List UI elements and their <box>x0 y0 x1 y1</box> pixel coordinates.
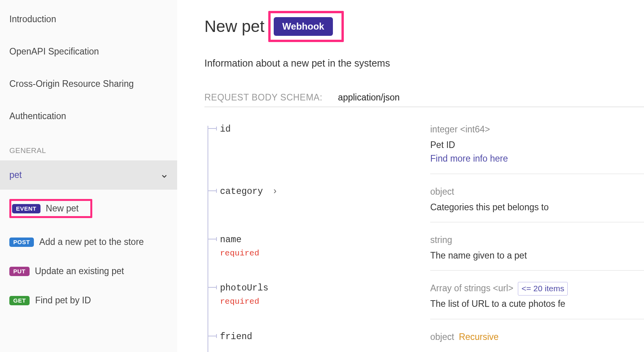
field-type: object <box>430 185 454 199</box>
field-type: integer <int64> <box>430 123 490 137</box>
method-badge-put: PUT <box>9 267 30 276</box>
field-row-id[interactable]: id integer <int64> Pet ID Find more info… <box>204 123 644 174</box>
field-type: object <box>430 330 454 344</box>
webhook-badge: Webhook <box>274 17 333 36</box>
schema-table: id integer <int64> Pet ID Find more info… <box>204 123 644 345</box>
schema-header-label: REQUEST BODY SCHEMA: <box>204 92 322 103</box>
sidebar-op-find-pet[interactable]: GET Find pet by ID <box>0 286 177 315</box>
field-type: string <box>430 233 452 247</box>
chevron-down-icon <box>161 172 168 179</box>
method-badge-event: EVENT <box>12 204 40 213</box>
field-row-photourls[interactable]: photoUrls required Array of strings <url… <box>204 282 644 319</box>
field-constraint: <= 20 items <box>518 282 568 296</box>
chevron-right-icon[interactable]: › <box>272 187 278 197</box>
sidebar-section-general: GENERAL <box>0 132 177 160</box>
field-row-friend[interactable]: friend object Recursive <box>204 330 644 346</box>
tree-branch-icon <box>204 123 220 174</box>
tree-branch-icon <box>204 233 220 271</box>
field-desc: The name given to a pet <box>430 249 644 263</box>
field-desc: The list of URL to a cute photos fe <box>430 297 644 311</box>
sidebar-link-introduction[interactable]: Introduction <box>0 3 177 35</box>
field-name: friend <box>220 332 252 342</box>
tree-branch-icon <box>204 330 220 346</box>
page-title: New pet <box>204 17 264 36</box>
sidebar-op-label: New pet <box>46 203 79 214</box>
title-row: New pet Webhook <box>204 11 644 42</box>
recursive-label: Recursive <box>459 330 498 344</box>
webhook-highlight: Webhook <box>268 11 344 42</box>
schema-header: REQUEST BODY SCHEMA: application/json <box>204 92 644 107</box>
sidebar-op-add-pet[interactable]: POST Add a new pet to the store <box>0 227 177 257</box>
method-badge-get: GET <box>9 296 30 305</box>
field-name: photoUrls <box>220 282 430 296</box>
field-row-category[interactable]: category › object Categories this pet be… <box>204 185 644 222</box>
sidebar-link-cors[interactable]: Cross-Origin Resource Sharing <box>0 68 177 100</box>
sidebar-group-pet[interactable]: pet <box>0 160 177 190</box>
field-desc: Categories this pet belongs to <box>430 201 644 215</box>
required-label: required <box>220 247 430 260</box>
sidebar-link-openapi[interactable]: OpenAPI Specification <box>0 35 177 68</box>
tree-branch-icon <box>204 282 220 319</box>
method-badge-post: POST <box>9 238 34 247</box>
sidebar-op-new-pet[interactable]: EVENT New pet <box>0 190 177 227</box>
sidebar-group-label: pet <box>9 170 22 180</box>
main-content: New pet Webhook Information about a new … <box>177 0 644 352</box>
field-row-name[interactable]: name required string The name given to a… <box>204 233 644 271</box>
field-name: category <box>220 187 263 197</box>
field-desc: Pet ID <box>430 138 644 152</box>
field-type: Array of strings <url> <box>430 282 513 296</box>
field-name: id <box>220 124 231 134</box>
schema-content-type: application/json <box>338 92 400 103</box>
field-name: name <box>220 233 430 247</box>
sidebar-link-auth[interactable]: Authentication <box>0 100 177 132</box>
tree-branch-icon <box>204 185 220 222</box>
sidebar-op-update-pet[interactable]: PUT Update an existing pet <box>0 257 177 286</box>
sidebar-op-label: Add a new pet to the store <box>39 237 144 247</box>
sidebar-op-label: Update an existing pet <box>35 266 124 276</box>
endpoint-description: Information about a new pet in the syste… <box>204 58 644 69</box>
sidebar-op-label: Find pet by ID <box>35 295 91 306</box>
required-label: required <box>220 296 430 308</box>
sidebar: Introduction OpenAPI Specification Cross… <box>0 0 177 352</box>
field-link[interactable]: Find more info here <box>430 152 644 166</box>
